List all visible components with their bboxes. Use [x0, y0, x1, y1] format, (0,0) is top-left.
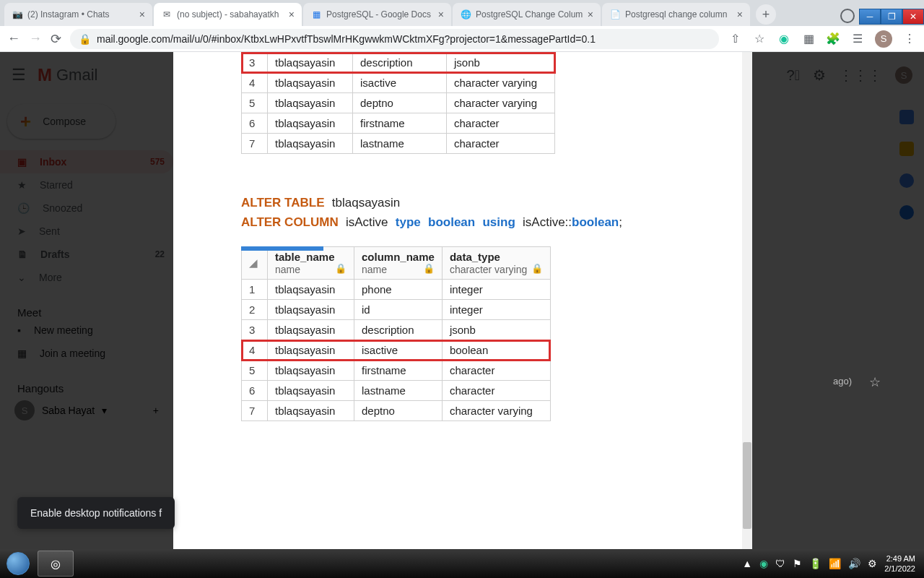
volume-icon[interactable]: 🔊 [848, 558, 860, 569]
taskbar: ◎ ▲ ◉ 🛡 ⚑ 🔋 📶 🔊 ⚙ 2:49 AM 2/1/2022 [0, 549, 924, 578]
reload-icon[interactable]: ⟳ [51, 31, 61, 47]
close-icon[interactable]: × [438, 9, 444, 20]
tray-icon[interactable]: ⚙ [868, 558, 877, 569]
table-row: 1tblaqsayasinphoneinteger [242, 280, 551, 300]
tray-icon[interactable]: ◉ [759, 558, 768, 569]
new-tab-button[interactable]: + [756, 4, 776, 25]
minimize-button[interactable]: ─ [859, 9, 881, 25]
tab-gdocs[interactable]: ▦ PostgreSQL - Google Docs × [303, 3, 451, 26]
lock-icon: 🔒 [335, 263, 346, 274]
tab-title: PostgreSQL - Google Docs [326, 9, 434, 20]
close-button[interactable]: ✕ [902, 9, 924, 25]
extensions-icon[interactable]: 🧩 [826, 32, 840, 46]
tab-title: Postgresql change column [625, 9, 733, 20]
gmail-icon: ✉ [161, 9, 173, 20]
star-icon[interactable]: ☆ [752, 32, 767, 46]
lock-icon: 🔒 [531, 263, 543, 274]
start-button[interactable] [0, 549, 36, 578]
notification-toast[interactable]: Enable desktop notifications f [17, 497, 175, 529]
network-icon[interactable]: 📶 [829, 558, 841, 569]
table-row: 3tblaqsayasindescriptionjsonb [242, 53, 555, 73]
table-row: 3tblaqsayasindescriptionjsonb [242, 320, 551, 340]
install-icon[interactable]: ⇧ [728, 32, 742, 46]
table-row: 6tblaqsayasinfirstnamecharacter [242, 113, 555, 134]
lock-icon: 🔒 [423, 263, 435, 274]
table-header-row: ◢table_namename🔒column_namename🔒data_typ… [242, 247, 551, 280]
close-icon[interactable]: × [289, 9, 295, 20]
scrollbar[interactable] [742, 52, 752, 549]
scrollbar-thumb[interactable] [743, 442, 751, 529]
clock[interactable]: 2:49 AM 2/1/2022 [884, 553, 915, 574]
gdocs-icon: ▦ [310, 9, 322, 20]
table-row: 6tblaqsayasinlastnamecharacter [242, 381, 551, 401]
attachment-viewer: 3tblaqsayasindescriptionjsonb4tblaqsayas… [173, 52, 752, 549]
tab-postgres1[interactable]: 🌐 PostgreSQL Change Colum × [453, 3, 601, 26]
toolbar-icons: ⇧ ☆ ◉ ▦ 🧩 ☰ S ⋮ [728, 30, 917, 48]
tab-title: PostgreSQL Change Colum [476, 9, 583, 20]
sql-code: ALTER TABLE tblaqsayasin ALTER COLUMN is… [241, 193, 752, 232]
result-table-before: 3tblaqsayasindescriptionjsonb4tblaqsayas… [241, 52, 555, 154]
chrome-profile-icon[interactable] [840, 9, 855, 23]
message-time: ago) [833, 376, 852, 387]
close-icon[interactable]: × [139, 9, 145, 20]
table-row: 7tblaqsayasinlastnamecharacter [242, 134, 555, 154]
table-row: 7tblaqsayasindeptnocharacter varying [242, 401, 551, 421]
maximize-button[interactable]: ❐ [881, 9, 902, 25]
page-icon: 🌐 [460, 9, 471, 20]
tab-postgres2[interactable]: 📄 Postgresql change column × [602, 3, 750, 26]
close-icon[interactable]: × [588, 9, 593, 20]
table-row: 5tblaqsayasindeptnocharacter varying [242, 93, 555, 113]
tray-icon[interactable]: 🛡 [775, 558, 785, 569]
tab-gmail[interactable]: ✉ (no subject) - sabahayatkh × [154, 3, 302, 26]
active-tab-indicator [241, 246, 323, 251]
tray-icon[interactable]: 🔋 [809, 558, 821, 569]
grammarly-icon[interactable]: ◉ [777, 32, 791, 46]
table-row: 4tblaqsayasinisactivecharacter varying [242, 73, 555, 93]
result-table-wrapper: ◢table_namename🔒column_namename🔒data_typ… [241, 246, 551, 421]
clock-date: 2/1/2022 [884, 564, 915, 574]
url-input[interactable]: 🔒 mail.google.com/mail/u/0/#inbox/KtbxLw… [70, 29, 719, 49]
profile-avatar[interactable]: S [875, 30, 892, 48]
windows-icon [6, 552, 30, 575]
table-row: 4tblaqsayasinisactiveboolean [242, 340, 551, 361]
star-message-icon[interactable]: ☆ [869, 374, 881, 390]
menu-icon[interactable]: ⋮ [902, 32, 917, 46]
browser-tab-bar: 📷 (2) Instagram • Chats × ✉ (no subject)… [0, 0, 924, 26]
tray-icon[interactable]: ▲ [742, 558, 752, 569]
tray-icon[interactable]: ⚑ [793, 558, 802, 569]
table-row: 5tblaqsayasinfirstnamecharacter [242, 361, 551, 381]
forward-icon[interactable]: → [29, 31, 42, 46]
lock-icon: 🔒 [79, 33, 91, 45]
result-table-after: ◢table_namename🔒column_namename🔒data_typ… [241, 246, 551, 421]
table-row: 2tblaqsayasinidinteger [242, 300, 551, 320]
clock-time: 2:49 AM [884, 553, 915, 564]
page-icon: 📄 [609, 9, 621, 20]
extension-icon[interactable]: ▦ [801, 32, 816, 46]
tab-title: (no subject) - sabahayatkh [177, 9, 284, 20]
instagram-icon: 📷 [12, 9, 23, 20]
tab-instagram[interactable]: 📷 (2) Instagram • Chats × [4, 3, 152, 26]
close-icon[interactable]: × [737, 9, 743, 20]
url-text: mail.google.com/mail/u/0/#inbox/KtbxLwHP… [97, 33, 596, 45]
chrome-taskbar[interactable]: ◎ [38, 551, 74, 577]
window-controls: ─ ❐ ✕ [859, 9, 924, 25]
back-icon[interactable]: ← [7, 31, 20, 46]
system-tray: ▲ ◉ 🛡 ⚑ 🔋 📶 🔊 ⚙ 2:49 AM 2/1/2022 [742, 553, 924, 574]
address-bar: ← → ⟳ 🔒 mail.google.com/mail/u/0/#inbox/… [0, 26, 924, 52]
tab-title: (2) Instagram • Chats [27, 9, 135, 20]
reading-list-icon[interactable]: ☰ [850, 32, 865, 46]
